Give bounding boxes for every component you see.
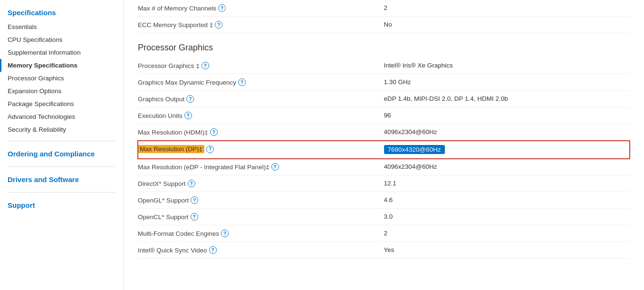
- spec-label-text: Multi-Format Codec Engines: [138, 230, 219, 237]
- spec-label-text: Graphics Max Dynamic Frequency: [138, 79, 236, 86]
- table-row: Max Resolution (DP)‡?7680x4320@60Hz: [138, 141, 630, 159]
- table-row: ECC Memory Supported ‡ ? No: [138, 17, 630, 33]
- help-icon[interactable]: ?: [221, 230, 229, 237]
- spec-label: Max # of Memory Channels ?: [138, 0, 384, 17]
- spec-label: OpenGL* Support?: [138, 192, 384, 209]
- sidebar-section-drivers[interactable]: Drivers and Software: [0, 172, 123, 187]
- help-icon[interactable]: ?: [202, 62, 209, 69]
- spec-label-text: Max Resolution (eDP - Integrated Flat Pa…: [138, 164, 269, 171]
- spec-label: Processor Graphics ‡?: [138, 58, 384, 74]
- help-icon[interactable]: ?: [218, 4, 226, 12]
- table-row: Multi-Format Codec Engines?2: [138, 225, 630, 242]
- spec-label: Graphics Max Dynamic Frequency?: [138, 74, 384, 91]
- spec-label-text: Max # of Memory Channels: [138, 5, 216, 12]
- help-icon[interactable]: ?: [238, 78, 246, 86]
- spec-value: Yes: [384, 242, 630, 259]
- spec-value: 4.6: [384, 192, 630, 209]
- spec-value: No: [384, 17, 630, 33]
- top-spec-table: Max # of Memory Channels ? 2 ECC Memory …: [138, 0, 630, 33]
- spec-value: 4096x2304@60Hz: [384, 124, 630, 141]
- spec-value: 2: [384, 0, 630, 17]
- sidebar-section-specifications[interactable]: Specifications: [0, 5, 123, 20]
- sidebar-item-security-reliability[interactable]: Security & Reliability: [0, 123, 123, 136]
- spec-value: 1.30 GHz: [384, 74, 630, 91]
- spec-label: Max Resolution (HDMI)‡?: [138, 124, 384, 141]
- spec-label: Multi-Format Codec Engines?: [138, 225, 384, 242]
- spec-value: 12.1: [384, 175, 630, 192]
- sidebar-section-support[interactable]: Support: [0, 197, 123, 213]
- spec-value: 3.0: [384, 209, 630, 225]
- spec-value: 4096x2304@60Hz: [384, 159, 630, 175]
- spec-label: Max Resolution (DP)‡?: [138, 141, 384, 159]
- table-row: OpenGL* Support?4.6: [138, 192, 630, 209]
- spec-label: DirectX* Support?: [138, 175, 384, 192]
- help-icon[interactable]: ?: [206, 145, 214, 153]
- sidebar-section-ordering[interactable]: Ordering and Compliance: [0, 146, 123, 162]
- spec-label-text: ECC Memory Supported ‡: [138, 21, 213, 29]
- table-row: OpenCL* Support?3.0: [138, 209, 630, 225]
- help-icon[interactable]: ?: [184, 112, 192, 119]
- sidebar-item-processor-graphics[interactable]: Processor Graphics: [0, 72, 123, 85]
- sidebar-item-expansion-options[interactable]: Expansion Options: [0, 85, 123, 97]
- sidebar-item-advanced-technologies[interactable]: Advanced Technologies: [0, 110, 123, 123]
- spec-table: Processor Graphics ‡?Intel® Iris® Xe Gra…: [138, 58, 630, 259]
- spec-label-text: Max Resolution (DP)‡: [138, 145, 204, 153]
- help-icon[interactable]: ?: [186, 95, 194, 103]
- help-icon[interactable]: ?: [215, 21, 222, 29]
- sidebar-item-supplemental-information[interactable]: Supplemental Information: [0, 46, 123, 59]
- table-row: DirectX* Support?12.1: [138, 175, 630, 192]
- table-row: Processor Graphics ‡?Intel® Iris® Xe Gra…: [138, 58, 630, 74]
- table-row: Max # of Memory Channels ? 2: [138, 0, 630, 17]
- table-row: Max Resolution (HDMI)‡?4096x2304@60Hz: [138, 124, 630, 141]
- spec-value: eDP 1.4b, MIPI-DSI 2.0, DP 1.4, HDMI 2.0…: [384, 91, 630, 107]
- sidebar-item-essentials[interactable]: Essentials: [0, 20, 123, 33]
- spec-label: OpenCL* Support?: [138, 209, 384, 225]
- help-icon[interactable]: ?: [271, 163, 279, 171]
- spec-value: 2: [384, 225, 630, 242]
- help-icon[interactable]: ?: [188, 180, 195, 187]
- spec-value: 7680x4320@60Hz: [384, 141, 630, 159]
- help-icon[interactable]: ?: [191, 196, 198, 204]
- spec-label: Intel® Quick Sync Video?: [138, 242, 384, 259]
- spec-label-text: DirectX* Support: [138, 180, 186, 187]
- sidebar: Specifications Essentials CPU Specificat…: [0, 0, 124, 290]
- help-icon[interactable]: ?: [191, 213, 198, 221]
- spec-value: 96: [384, 107, 630, 124]
- help-icon[interactable]: ?: [210, 128, 218, 136]
- sidebar-divider-1: [8, 141, 115, 141]
- spec-label-text: OpenGL* Support: [138, 197, 189, 204]
- spec-label-text: Max Resolution (HDMI)‡: [138, 129, 208, 136]
- sidebar-item-cpu-specifications[interactable]: CPU Specifications: [0, 33, 123, 46]
- table-row: Execution Units?96: [138, 107, 630, 124]
- sidebar-item-package-specifications[interactable]: Package Specifications: [0, 97, 123, 110]
- spec-label-text: Graphics Output: [138, 96, 184, 103]
- table-row: Graphics Max Dynamic Frequency?1.30 GHz: [138, 74, 630, 91]
- spec-label-text: Execution Units: [138, 112, 183, 119]
- table-row: Max Resolution (eDP - Integrated Flat Pa…: [138, 159, 630, 175]
- table-row: Intel® Quick Sync Video?Yes: [138, 242, 630, 259]
- table-row: Graphics Output?eDP 1.4b, MIPI-DSI 2.0, …: [138, 91, 630, 107]
- sidebar-divider-2: [8, 166, 115, 167]
- main-content: Max # of Memory Channels ? 2 ECC Memory …: [124, 0, 644, 290]
- spec-label-text: Intel® Quick Sync Video: [138, 247, 207, 254]
- spec-label: Graphics Output?: [138, 91, 384, 107]
- help-icon[interactable]: ?: [209, 246, 217, 254]
- spec-label: Max Resolution (eDP - Integrated Flat Pa…: [138, 159, 384, 175]
- highlighted-value: 7680x4320@60Hz: [384, 145, 445, 154]
- spec-value: Intel® Iris® Xe Graphics: [384, 58, 630, 74]
- sidebar-divider-3: [8, 192, 115, 193]
- spec-label: ECC Memory Supported ‡ ?: [138, 17, 384, 33]
- spec-label-text: Processor Graphics ‡: [138, 62, 200, 69]
- spec-label: Execution Units?: [138, 107, 384, 124]
- section-heading-processor-graphics: Processor Graphics: [138, 43, 630, 53]
- sidebar-item-memory-specifications[interactable]: Memory Specifications: [0, 59, 123, 72]
- spec-label-text: OpenCL* Support: [138, 213, 189, 221]
